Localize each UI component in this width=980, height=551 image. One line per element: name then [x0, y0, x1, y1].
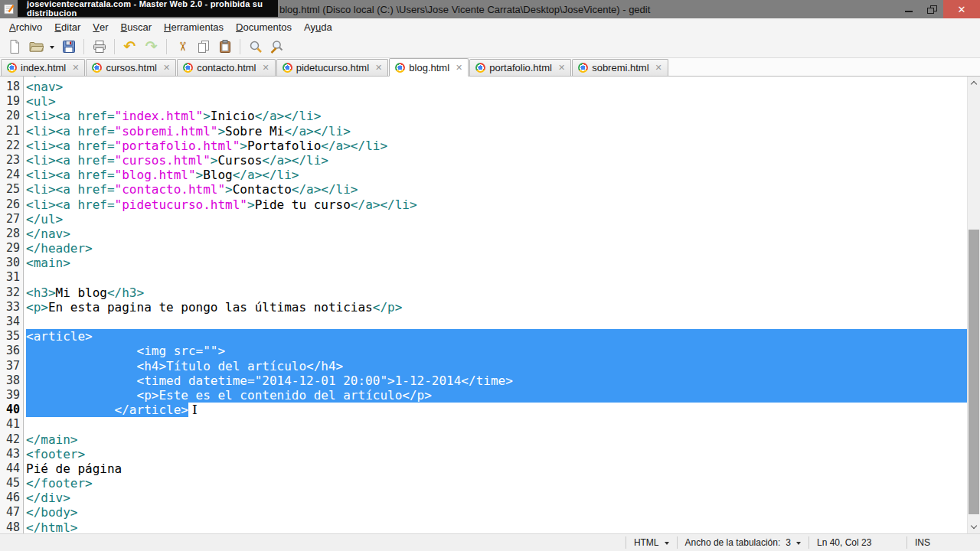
toolbar-separator: [166, 39, 167, 54]
code-line-30[interactable]: 30 <main>: [0, 256, 967, 270]
code-line-42[interactable]: 42 </main>: [0, 432, 967, 447]
statusbar: HTML Ancho de la tabulación: 3 Ln 40, Co…: [0, 533, 980, 551]
code-line-39[interactable]: 39 <p>Este es el contenido del artículo<…: [0, 388, 967, 403]
code-line-40[interactable]: 40 </article>I: [0, 403, 967, 417]
code-line-36[interactable]: 36 <img src="">: [0, 344, 967, 358]
tab-close-icon[interactable]: ✕: [262, 64, 269, 72]
restore-button[interactable]: [920, 0, 943, 18]
code-line-38[interactable]: 38 <timed datetime="2014-12-01 20:00">1-…: [0, 373, 967, 388]
tab-pidetucurso.html[interactable]: pidetucurso.html✕: [276, 59, 389, 76]
tab-label: blog.html: [409, 62, 449, 73]
save-button[interactable]: [58, 37, 79, 57]
code-line-48[interactable]: 48</html>: [0, 520, 967, 533]
code-line-22[interactable]: 22 <li><a href="portafolio.html">Portafo…: [0, 139, 967, 153]
line-number: 23: [0, 153, 24, 168]
scroll-down-button[interactable]: [968, 520, 980, 533]
menu-herramientas[interactable]: Herramientas: [158, 18, 230, 35]
menu-ayuda[interactable]: Ayuda: [298, 18, 338, 35]
close-button[interactable]: ✕: [943, 0, 980, 18]
line-number: 31: [0, 270, 24, 285]
tab-portafolio.html[interactable]: portafolio.html✕: [469, 59, 571, 76]
html-file-icon: [475, 63, 485, 73]
menu-ver[interactable]: Ver: [87, 18, 114, 35]
code-line-27[interactable]: 27 </ul>: [0, 212, 967, 227]
code-line-37[interactable]: 37 <h4>Título del artículo</h4>: [0, 359, 967, 373]
chevron-down-icon: [665, 542, 669, 547]
tab-close-icon[interactable]: ✕: [558, 64, 565, 72]
language-selector[interactable]: HTML: [626, 537, 677, 548]
code-line-45[interactable]: 45 </footer>: [0, 476, 967, 491]
gedit-window: josevicentecarratala.com - Master Web 2.…: [0, 0, 980, 551]
minimize-button[interactable]: [897, 0, 920, 18]
scrollbar-thumb[interactable]: [969, 230, 979, 514]
redo-icon: ↷: [145, 39, 158, 54]
copy-button[interactable]: [193, 37, 214, 57]
code-line-31[interactable]: 31: [0, 270, 967, 285]
tab-close-icon[interactable]: ✕: [456, 64, 462, 72]
tab-close-icon[interactable]: ✕: [163, 64, 170, 72]
scroll-up-button[interactable]: [968, 77, 980, 90]
toolbar-separator: [83, 39, 84, 54]
search-icon: [248, 39, 263, 54]
find-button[interactable]: [245, 37, 266, 57]
menu-editar[interactable]: Editar: [48, 18, 87, 35]
code-line-24[interactable]: 24 <li><a href="blog.html">Blog</a></li>: [0, 168, 967, 182]
tab-contacto.html[interactable]: contacto.html✕: [177, 59, 276, 76]
tab-close-icon[interactable]: ✕: [375, 64, 382, 72]
code-line-43[interactable]: 43 <footer>: [0, 447, 967, 461]
vertical-scrollbar[interactable]: [967, 77, 980, 533]
code-line-26[interactable]: 26 <li><a href="pidetucurso.html">Pide t…: [0, 197, 967, 212]
menu-buscar[interactable]: Buscar: [115, 18, 158, 35]
tab-index.html[interactable]: index.html✕: [1, 59, 85, 76]
tab-close-icon[interactable]: ✕: [72, 64, 79, 72]
code-line-18[interactable]: 18 <nav>: [0, 80, 967, 94]
code-line-46[interactable]: 46 </div>: [0, 491, 967, 505]
line-number: 22: [0, 139, 24, 153]
code-line-23[interactable]: 23 <li><a href="cursos.html">Cursos</a><…: [0, 153, 967, 168]
code-line-34[interactable]: 34: [0, 315, 967, 329]
toolbar-separator: [114, 39, 115, 54]
code-line-35[interactable]: 35 <article>: [0, 329, 967, 344]
menu-archivo[interactable]: Archivo: [3, 18, 48, 35]
open-dropdown-button[interactable]: [47, 37, 57, 57]
paste-button[interactable]: [214, 37, 235, 57]
tab-sobremi.html[interactable]: sobremi.html✕: [572, 59, 668, 76]
line-number: 19: [0, 94, 24, 109]
code-line-25[interactable]: 25 <li><a href="contacto.html">Contacto<…: [0, 182, 967, 197]
code-line-21[interactable]: 21 <li><a href="sobremi.html">Sobre Mi</…: [0, 124, 967, 139]
tab-label: sobremi.html: [592, 62, 648, 73]
replace-button[interactable]: [266, 37, 287, 57]
code-line-44[interactable]: 44 Pié de página: [0, 461, 967, 476]
cut-button[interactable]: ✂: [172, 37, 192, 57]
line-number: 44: [0, 461, 24, 476]
code-line-41[interactable]: 41: [0, 417, 967, 432]
line-number: 41: [0, 417, 24, 432]
text-cursor-icon: I: [192, 403, 198, 417]
line-number: 33: [0, 300, 24, 315]
new-document-button[interactable]: [4, 37, 24, 57]
code-line-19[interactable]: 19 <ul>: [0, 94, 967, 109]
editor: 17 </h2>18 <nav>19 <ul>20 <li><a href="i…: [0, 77, 980, 533]
code-line-29[interactable]: 29 </header>: [0, 241, 967, 256]
line-number: 20: [0, 109, 24, 123]
toolbar: ↶ ↷ ✂: [0, 35, 980, 58]
code-line-28[interactable]: 28 </nav>: [0, 227, 967, 241]
code-line-20[interactable]: 20 <li><a href="index.html">Inicio</a></…: [0, 109, 967, 123]
line-number: 47: [0, 505, 24, 520]
menu-documentos[interactable]: Documentos: [230, 18, 298, 35]
print-button[interactable]: [89, 37, 109, 57]
code-line-33[interactable]: 33 <p>En esta pagina te pongo las última…: [0, 300, 967, 315]
line-number: 38: [0, 373, 24, 388]
code-line-32[interactable]: 32 <h3>Mi blog</h3>: [0, 285, 967, 300]
tab-width-selector[interactable]: Ancho de la tabulación: 3: [678, 537, 808, 548]
tab-cursos.html[interactable]: cursos.html✕: [86, 59, 176, 76]
line-number: 25: [0, 182, 24, 197]
undo-button[interactable]: ↶: [119, 37, 140, 57]
code-line-47[interactable]: 47 </body>: [0, 505, 967, 520]
tab-close-icon[interactable]: ✕: [655, 64, 662, 72]
line-number: 37: [0, 359, 24, 373]
redo-button[interactable]: ↷: [141, 37, 162, 57]
cursor-position: Ln 40, Col 23: [809, 537, 906, 548]
open-button[interactable]: [25, 37, 46, 57]
tab-blog.html[interactable]: blog.html✕: [389, 58, 469, 77]
